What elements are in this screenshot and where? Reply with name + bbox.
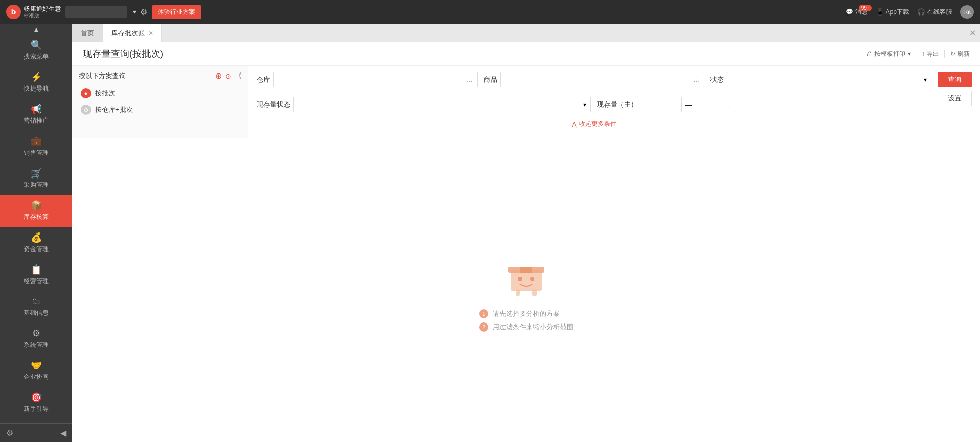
stock-status-filter: 现存量状态 ▾ — [257, 97, 591, 112]
product-label: 商品 — [484, 75, 497, 84]
export-button[interactable]: ↑ 导出 — [922, 50, 939, 58]
sidebar-item-newbie[interactable]: 🎯 新手引导 — [0, 387, 72, 419]
tab-batch-ledger[interactable]: 库存批次账 ✕ — [103, 24, 162, 42]
filter-row-2: 现存量状态 ▾ 现存量（主） — — [257, 97, 931, 112]
sidebar-item-search[interactable]: 🔍 搜索菜单 — [0, 34, 72, 66]
refresh-button[interactable]: ↻ 刷新 — [950, 50, 970, 58]
chevron-down-icon: ▾ — [133, 8, 136, 16]
content-area: 首页 库存批次账 ✕ ✕ 现存量查询(按批次) 🖨 按模板打印 ▾ ↑ 导出 — [72, 24, 980, 442]
setting-button[interactable]: 设置 — [938, 91, 972, 106]
sidebar-settings-button[interactable]: ⚙ — [6, 428, 13, 438]
sidebar-item-quick-nav[interactable]: ⚡ 快捷导航 — [0, 66, 72, 98]
divider2 — [944, 50, 945, 58]
logo-icon: b — [6, 5, 21, 19]
app-version: 标准版 — [24, 12, 61, 19]
query-button[interactable]: 查询 — [938, 72, 972, 87]
page-header: 现存量查询(按批次) 🖨 按模板打印 ▾ ↑ 导出 ↻ 刷新 — [72, 42, 980, 66]
download-icon: 📱 — [876, 8, 884, 16]
scheme-item-by-batch[interactable]: ● 按批次 — [72, 85, 248, 101]
app-download-label: App下载 — [886, 8, 909, 17]
message-icon: 💬 — [845, 8, 853, 16]
sidebar-item-basic[interactable]: 🗂 基础信息 — [0, 291, 72, 322]
sidebar-item-operations[interactable]: 📋 经营管理 — [0, 259, 72, 291]
add-scheme-button[interactable]: ⊕ — [215, 71, 222, 81]
sidebar-item-sales[interactable]: 💼 销售管理 — [0, 130, 72, 163]
svg-rect-6 — [532, 289, 537, 296]
export-icon: ↑ — [922, 50, 925, 57]
user-avatar[interactable]: Rit — [960, 5, 974, 19]
action-buttons: 查询 设置 — [938, 72, 972, 106]
sidebar-item-purchase[interactable]: 🛒 采购管理 — [0, 163, 72, 195]
sidebar-label-inventory: 库存核算 — [24, 213, 49, 222]
hint-item-1: 1 请先选择要分析的方案 — [479, 307, 573, 320]
marketing-icon: 📢 — [31, 104, 42, 115]
search-icon: 🔍 — [31, 39, 42, 51]
hint-text-1: 请先选择要分析的方案 — [493, 307, 560, 320]
qty-dash: — — [685, 101, 692, 109]
page-title: 现存量查询(按批次) — [83, 48, 164, 60]
notification-button[interactable]: 💬 消息 99+ — [845, 8, 868, 17]
scheme-settings-icon[interactable]: ⊙ — [225, 72, 231, 80]
sidebar-label-purchase: 采购管理 — [24, 181, 49, 189]
stock-qty-filter: 现存量（主） — — [597, 97, 931, 112]
sidebar-item-collab[interactable]: 🤝 企业协同 — [0, 355, 72, 387]
left-panel: 按以下方案查询 ⊕ ⊙ 《 ● 按批次 ⊙ 按仓库+批次 — [72, 66, 248, 138]
sidebar-label-system: 系统管理 — [24, 341, 49, 349]
tab-home[interactable]: 首页 — [72, 24, 103, 42]
sidebar-item-inventory[interactable]: 📦 库存核算 — [0, 195, 72, 227]
purchase-icon: 🛒 — [31, 168, 42, 179]
product-input[interactable]: … — [500, 72, 705, 87]
scheme-active-icon: ● — [81, 88, 91, 98]
online-service-button[interactable]: 🎧 在线客服 — [917, 8, 952, 17]
tab-close-icon[interactable]: ✕ — [148, 30, 153, 37]
warehouse-input[interactable]: … — [273, 72, 478, 87]
stock-qty-from[interactable] — [641, 97, 682, 112]
sidebar-bottom: ⚙ ◀ — [0, 423, 72, 442]
collapse-more-conditions[interactable]: ⋀ 收起更多条件 — [257, 116, 931, 131]
left-panel-header: 按以下方案查询 ⊕ ⊙ 《 — [72, 71, 248, 85]
online-service-label: 在线客服 — [927, 8, 952, 17]
status-filter-group: 状态 ▾ — [710, 72, 931, 87]
quick-nav-icon: ⚡ — [31, 71, 42, 83]
system-icon: ⚙ — [32, 328, 40, 339]
scheme-label-by-batch: 按批次 — [95, 89, 115, 98]
search-input[interactable] — [65, 6, 127, 18]
query-panel: 按以下方案查询 ⊕ ⊙ 《 ● 按批次 ⊙ 按仓库+批次 — [72, 66, 980, 138]
refresh-label: 刷新 — [957, 50, 970, 58]
print-icon: 🖨 — [866, 50, 872, 57]
inventory-icon: 📦 — [31, 200, 42, 211]
main-layout: ▲ 🔍 搜索菜单 ⚡ 快捷导航 📢 营销推广 💼 销售管理 🛒 采购管理 — [0, 24, 980, 442]
sidebar-items: 🔍 搜索菜单 ⚡ 快捷导航 📢 营销推广 💼 销售管理 🛒 采购管理 📦 — [0, 24, 72, 442]
sidebar-collapse-button[interactable]: ◀ — [60, 428, 66, 438]
collapse-label: 收起更多条件 — [579, 120, 616, 128]
sidebar-item-marketing[interactable]: 📢 营销推广 — [0, 98, 72, 130]
right-panel: 仓库 … 商品 … — [248, 66, 980, 138]
status-select[interactable]: ▾ — [727, 72, 931, 87]
top-header: b 畅康通好生意 标准版 ▾ ⚙ 体验行业方案 💬 消息 99+ 📱 App下载… — [0, 0, 980, 24]
tab-end-close-button[interactable]: ✕ — [969, 28, 976, 38]
scheme-item-by-warehouse-batch[interactable]: ⊙ 按仓库+批次 — [72, 101, 248, 118]
svg-rect-2 — [520, 267, 532, 273]
trial-button[interactable]: 体验行业方案 — [152, 5, 201, 19]
settings-gear-icon[interactable]: ⚙ — [140, 7, 147, 17]
sidebar-item-finance[interactable]: 💰 资金管理 — [0, 227, 72, 259]
left-panel-title: 按以下方案查询 — [79, 71, 126, 81]
product-filter-group: 商品 … — [484, 72, 705, 87]
print-button[interactable]: 🖨 按模板打印 ▾ — [866, 50, 911, 58]
sidebar-scroll-up[interactable]: ▲ — [0, 24, 72, 34]
stock-qty-to[interactable] — [695, 97, 736, 112]
header-left: b 畅康通好生意 标准版 ▾ ⚙ 体验行业方案 — [6, 5, 201, 19]
sidebar-label-search: 搜索菜单 — [24, 52, 49, 61]
app-download-button[interactable]: 📱 App下载 — [876, 8, 909, 17]
export-label: 导出 — [927, 50, 939, 58]
warehouse-dots-icon: … — [467, 76, 473, 83]
header-right: 💬 消息 99+ 📱 App下载 🎧 在线客服 Rit — [845, 5, 974, 19]
header-dropdown[interactable]: ▾ — [131, 8, 136, 16]
page-actions: 🖨 按模板打印 ▾ ↑ 导出 ↻ 刷新 — [866, 50, 970, 58]
stock-status-select[interactable]: ▾ — [293, 97, 591, 112]
warehouse-label: 仓库 — [257, 75, 270, 84]
collab-icon: 🤝 — [31, 360, 42, 371]
sidebar-item-system[interactable]: ⚙ 系统管理 — [0, 322, 72, 355]
stock-qty-input-group: — — [641, 97, 736, 112]
collapse-left-icon[interactable]: 《 — [234, 71, 242, 81]
